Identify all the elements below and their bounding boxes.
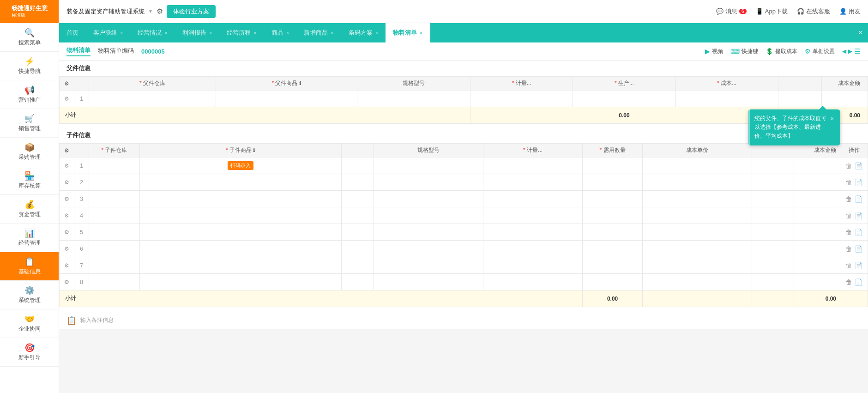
child-row-product[interactable] (140, 174, 342, 191)
child-row-spec[interactable] (374, 174, 483, 191)
tab-barcode-close[interactable]: × (375, 30, 378, 36)
delete-icon[interactable]: 🗑 (845, 195, 852, 203)
sidebar-item-basic[interactable]: 📋 基础信息 (0, 252, 59, 281)
child-row-qty[interactable] (583, 241, 643, 257)
sidebar-item-search[interactable]: 🔍 搜索菜单 (0, 23, 59, 52)
child-row-unit[interactable] (483, 257, 583, 274)
child-row-warehouse[interactable] (89, 257, 140, 274)
child-row-product[interactable] (140, 207, 342, 224)
child-row-warehouse[interactable] (89, 274, 140, 290)
sidebar-item-marketing[interactable]: 📢 营销推广 (0, 80, 59, 109)
sidebar-item-operation[interactable]: 📊 经营管理 (0, 224, 59, 252)
sidebar-item-purchase[interactable]: 📦 采购管理 (0, 138, 59, 166)
child-row-unit[interactable] (483, 157, 583, 174)
child-row-unit[interactable] (483, 174, 583, 191)
note-placeholder[interactable]: 输入备注信息 (80, 316, 114, 324)
child-row-unit[interactable] (483, 224, 583, 241)
delete-icon[interactable]: 🗑 (845, 162, 852, 169)
child-row-qty[interactable] (583, 207, 643, 224)
tab-bom[interactable]: 物料清单 × (386, 23, 430, 42)
tab-customer-close[interactable]: × (120, 30, 123, 36)
parent-row1-warehouse[interactable] (89, 91, 216, 107)
child-row-spec[interactable] (374, 257, 483, 274)
parent-row1-unit[interactable] (470, 91, 573, 107)
parent-row1-cost[interactable] (675, 91, 778, 107)
child-row-warehouse[interactable] (89, 174, 140, 191)
tab-home[interactable]: 首页 (59, 23, 86, 42)
tab-history-close[interactable]: × (253, 30, 256, 36)
tab-close-all[interactable]: × (853, 29, 868, 37)
tab-business[interactable]: 经营情况 × (130, 23, 175, 42)
sub-tab-bom-list[interactable]: 物料清单 (66, 46, 90, 56)
nav-next-btn[interactable]: ▶ (848, 48, 852, 54)
tab-profit-close[interactable]: × (209, 30, 212, 36)
child-row-warehouse[interactable] (89, 224, 140, 241)
child-row-spec[interactable] (374, 241, 483, 257)
single-set-btn[interactable]: ⚙ 单据设置 (805, 48, 835, 55)
child-row-product[interactable] (140, 191, 342, 207)
extract-cost-btn[interactable]: 💲 提取成本 (766, 48, 797, 55)
sidebar-item-quick-nav[interactable]: ⚡ 快捷导航 (0, 52, 59, 80)
nav-prev-btn[interactable]: ◀ (842, 48, 846, 54)
child-row-qty[interactable] (583, 224, 643, 241)
child-row-product[interactable] (140, 257, 342, 274)
child-row-product[interactable]: 扫码录入 (140, 157, 342, 174)
copy-icon[interactable]: 📄 (855, 212, 862, 219)
copy-icon[interactable]: 📄 (855, 179, 862, 186)
child-row-spec[interactable] (374, 224, 483, 241)
tab-history[interactable]: 经营历程 × (219, 23, 264, 42)
tab-add-product[interactable]: 新增商品 × (296, 23, 341, 42)
child-row-product[interactable] (140, 224, 342, 241)
app-download-item[interactable]: 📱 App下载 (756, 7, 788, 16)
copy-icon[interactable]: 📄 (855, 278, 862, 286)
delete-icon[interactable]: 🗑 (845, 245, 852, 253)
child-row-unit[interactable] (483, 274, 583, 290)
copy-icon[interactable]: 📄 (855, 262, 862, 269)
child-row-spec[interactable] (374, 274, 483, 290)
child-row-warehouse[interactable] (89, 157, 140, 174)
shortcut-btn[interactable]: ⌨ 快捷键 (730, 48, 758, 55)
message-item[interactable]: 💬 消息 6 (716, 7, 747, 16)
sub-tab-bom-code[interactable]: 物料清单编码 (98, 47, 134, 56)
copy-icon[interactable]: 📄 (855, 195, 862, 203)
child-row-spec[interactable] (374, 157, 483, 174)
sidebar-item-system[interactable]: ⚙️ 系统管理 (0, 281, 59, 309)
scan-button[interactable]: 扫码录入 (228, 161, 253, 170)
delete-icon[interactable]: 🗑 (845, 278, 852, 286)
child-row-warehouse[interactable] (89, 191, 140, 207)
tab-add-product-close[interactable]: × (331, 30, 333, 36)
child-row-product[interactable] (140, 274, 342, 290)
sidebar-item-finance[interactable]: 💰 资金管理 (0, 195, 59, 224)
sidebar-item-enterprise[interactable]: 🤝 企业协同 (0, 309, 59, 338)
tooltip-close-btn[interactable]: × (830, 114, 834, 124)
delete-icon[interactable]: 🗑 (845, 262, 852, 269)
child-row-unit[interactable] (483, 207, 583, 224)
tab-business-close[interactable]: × (164, 30, 167, 36)
tab-barcode[interactable]: 条码方案 × (341, 23, 386, 42)
child-row-qty[interactable] (583, 157, 643, 174)
child-row-spec[interactable] (374, 191, 483, 207)
table-view-icon[interactable]: ☰ (854, 47, 861, 56)
parent-row1-produce[interactable] (573, 91, 675, 107)
child-row-unit[interactable] (483, 241, 583, 257)
settings-icon[interactable]: ⚙ (157, 7, 163, 16)
child-row-unit[interactable] (483, 191, 583, 207)
child-row-product[interactable] (140, 241, 342, 257)
view-btn[interactable]: ▶ 视频 (705, 48, 723, 55)
sidebar-item-guide[interactable]: 🎯 新手引导 (0, 338, 59, 367)
parent-row1-product[interactable] (216, 91, 357, 107)
user-item[interactable]: 👤 用友 (839, 7, 861, 16)
child-row-warehouse[interactable] (89, 241, 140, 257)
tab-bom-close[interactable]: × (420, 30, 422, 36)
child-row-spec[interactable] (374, 207, 483, 224)
child-row-qty[interactable] (583, 274, 643, 290)
delete-icon[interactable]: 🗑 (845, 179, 852, 186)
tab-customer[interactable]: 客户联络 × (86, 23, 130, 42)
delete-icon[interactable]: 🗑 (845, 212, 852, 219)
child-row-qty[interactable] (583, 174, 643, 191)
tab-product[interactable]: 商品 × (264, 23, 296, 42)
online-service-item[interactable]: 🎧 在线客服 (797, 7, 830, 16)
copy-icon[interactable]: 📄 (855, 229, 862, 236)
trial-button[interactable]: 体验行业方案 (167, 5, 216, 18)
tab-profit[interactable]: 利润报告 × (175, 23, 219, 42)
